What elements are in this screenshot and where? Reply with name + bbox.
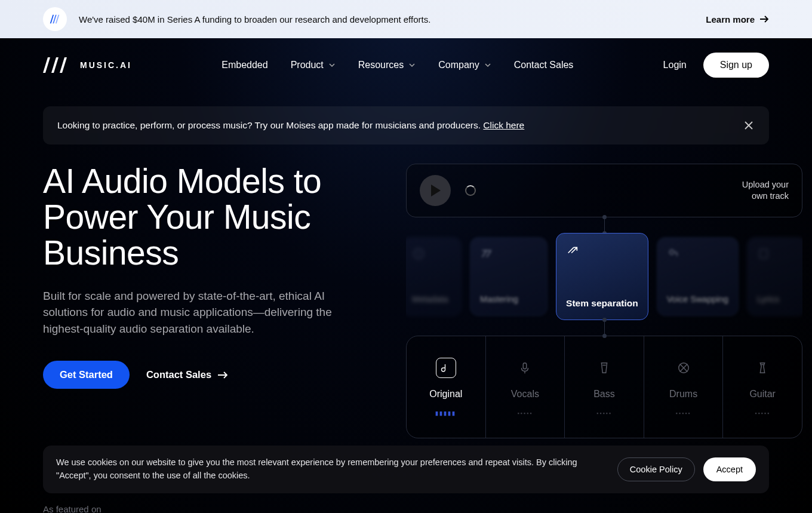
waveform-icon: ▮▮▮▮▮ <box>435 410 456 416</box>
waveform-icon: ▪▪▪▪▪ <box>755 410 770 416</box>
card-label: Metadata <box>412 294 451 305</box>
logo-icon <box>43 57 74 73</box>
banner-message: Looking to practice, perform, or process… <box>57 120 483 130</box>
svg-point-1 <box>669 250 673 254</box>
feature-card-row: Metadata Mastering Stem separation Voice… <box>406 233 802 320</box>
feature-card-voice-swapping[interactable]: Voice Swapping <box>657 237 739 316</box>
stem-label: Vocals <box>511 389 539 400</box>
stem-label: Original <box>429 389 462 400</box>
close-icon[interactable] <box>743 119 755 131</box>
announce-logo-icon <box>43 7 67 31</box>
upload-line1: Upload your <box>742 179 789 191</box>
stems-grid: Original ▮▮▮▮▮ Vocals ▪▪▪▪▪ Bass ▪▪▪▪▪ <box>406 336 802 438</box>
chevron-down-icon <box>328 62 336 69</box>
nav-item-company[interactable]: Company <box>438 60 491 70</box>
featured-label: As featured on <box>0 493 812 514</box>
stem-drums[interactable]: Drums ▪▪▪▪▪ <box>644 336 724 438</box>
stem-original[interactable]: Original ▮▮▮▮▮ <box>407 336 486 438</box>
stem-vocals[interactable]: Vocals ▪▪▪▪▪ <box>486 336 565 438</box>
contact-sales-label: Contact Sales <box>146 369 211 380</box>
vocals-icon <box>515 358 535 378</box>
hero-subtitle: Built for scale and powered by state-of-… <box>43 288 353 337</box>
bass-icon <box>594 358 614 378</box>
cookie-policy-button[interactable]: Cookie Policy <box>617 457 695 481</box>
nav-label: Embedded <box>222 60 267 70</box>
login-link[interactable]: Login <box>663 60 687 70</box>
svg-rect-2 <box>759 250 767 259</box>
stem-separation-icon <box>566 243 579 256</box>
nav-item-resources[interactable]: Resources <box>358 60 416 70</box>
connector-line <box>604 217 605 233</box>
loading-spinner-icon <box>465 185 476 196</box>
stem-bass[interactable]: Bass ▪▪▪▪▪ <box>565 336 644 438</box>
feature-card-stem-separation[interactable]: Stem separation <box>556 233 648 320</box>
stem-label: Bass <box>593 389 615 400</box>
brand-logo[interactable]: MUSIC.AI <box>43 57 132 73</box>
chevron-down-icon <box>484 62 491 69</box>
learn-more-label: Learn more <box>706 14 755 24</box>
upload-track-link[interactable]: Upload your own track <box>742 179 789 202</box>
mastering-icon <box>480 247 493 260</box>
feature-card-mastering[interactable]: Mastering <box>470 237 548 316</box>
guitar-icon <box>752 358 773 378</box>
nav-item-embedded[interactable]: Embedded <box>222 60 267 70</box>
moises-banner-text: Looking to practice, perform, or process… <box>57 120 524 131</box>
lyrics-icon <box>757 247 770 260</box>
announcement-bar: We've raised $40M in Series A funding to… <box>0 0 812 38</box>
metadata-icon <box>412 247 425 260</box>
nav-item-contact-sales[interactable]: Contact Sales <box>514 60 574 70</box>
play-icon <box>430 185 441 196</box>
nav-label: Product <box>291 60 324 70</box>
announcement-text: We've raised $40M in Series A funding to… <box>79 14 430 24</box>
play-button[interactable] <box>420 175 451 206</box>
waveform-icon: ▪▪▪▪▪ <box>596 410 612 416</box>
drums-icon <box>673 358 694 378</box>
learn-more-link[interactable]: Learn more <box>706 14 769 24</box>
click-here-link[interactable]: Click here <box>483 120 524 130</box>
card-label: Lyrics <box>757 294 796 305</box>
cookie-accept-button[interactable]: Accept <box>703 457 756 481</box>
stem-label: Drums <box>669 389 697 400</box>
signup-button[interactable]: Sign up <box>703 53 769 78</box>
card-label: Stem separation <box>566 298 638 309</box>
cookie-banner: We use cookies on our website to give yo… <box>43 446 769 493</box>
stem-label: Guitar <box>749 389 776 400</box>
original-icon <box>436 358 456 378</box>
stem-guitar[interactable]: Guitar ▪▪▪▪▪ <box>723 336 802 438</box>
nav-label: Contact Sales <box>514 60 574 70</box>
cookie-text: We use cookies on our website to give yo… <box>56 456 593 483</box>
feature-card-metadata[interactable]: Metadata <box>406 237 462 316</box>
main-nav: MUSIC.AI Embedded Product Resources Comp… <box>0 38 812 92</box>
svg-rect-3 <box>524 363 527 369</box>
voice-swapping-icon <box>667 247 680 260</box>
card-label: Voice Swapping <box>667 294 728 305</box>
waveform-icon: ▪▪▪▪▪ <box>676 410 691 416</box>
moises-banner: Looking to practice, perform, or process… <box>43 106 769 145</box>
hero-title: AI Audio Models to Power Your Music Busi… <box>43 164 377 271</box>
arrow-right-icon <box>759 16 769 23</box>
feature-card-lyrics[interactable]: Lyrics <box>747 237 802 316</box>
brand-name: MUSIC.AI <box>80 60 132 70</box>
nav-label: Company <box>438 60 479 70</box>
hero-section: AI Audio Models to Power Your Music Busi… <box>0 145 812 438</box>
arrow-right-icon <box>217 371 228 379</box>
get-started-button[interactable]: Get Started <box>43 361 130 389</box>
nav-label: Resources <box>358 60 404 70</box>
chevron-down-icon <box>408 62 416 69</box>
nav-item-product[interactable]: Product <box>291 60 336 70</box>
connector-line <box>604 320 605 336</box>
upload-line2: own track <box>742 191 789 202</box>
player-bar: Upload your own track <box>406 164 802 217</box>
contact-sales-button[interactable]: Contact Sales <box>146 369 228 380</box>
card-label: Mastering <box>480 294 537 305</box>
waveform-icon: ▪▪▪▪▪ <box>517 410 533 416</box>
